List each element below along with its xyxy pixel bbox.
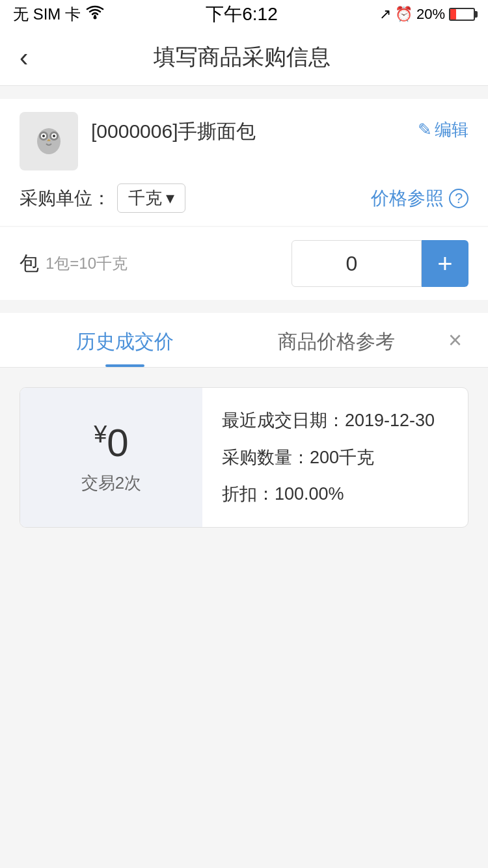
status-left: 无 SIM 卡 bbox=[13, 4, 104, 25]
status-bar: 无 SIM 卡 下午6:12 ↗ ⏰ 20% bbox=[0, 0, 488, 29]
edit-button[interactable]: ✎ 编辑 bbox=[418, 118, 468, 141]
wifi-icon bbox=[86, 5, 104, 23]
price-ref-help-icon: ? bbox=[449, 189, 468, 208]
price-display: ¥0 bbox=[94, 420, 128, 465]
tab-product-price-ref[interactable]: 商品价格参考 bbox=[230, 313, 441, 367]
tab-close-button[interactable]: × bbox=[442, 322, 468, 359]
price-currency: ¥ bbox=[94, 421, 107, 448]
tabs-bar: 历史成交价 商品价格参考 × bbox=[0, 313, 488, 368]
unit-label: 采购单位： bbox=[20, 186, 111, 211]
recent-date-value: 2019-12-30 bbox=[345, 411, 435, 430]
price-amount: 0 bbox=[107, 421, 128, 465]
edit-icon: ✎ bbox=[418, 120, 432, 140]
discount-value: 100.00% bbox=[275, 484, 344, 504]
purchase-qty-label: 采购数量： bbox=[222, 448, 310, 467]
product-card: [0000006]手撕面包 ✎ 编辑 采购单位： 千克 ▾ 价格参照 ? bbox=[0, 99, 488, 226]
product-name: [0000006]手撕面包 bbox=[91, 118, 256, 145]
svg-point-7 bbox=[53, 135, 55, 137]
price-card-left: ¥0 交易2次 bbox=[20, 388, 202, 527]
discount-row: 折扣：100.00% bbox=[222, 481, 448, 508]
quantity-input[interactable] bbox=[291, 240, 422, 287]
edit-label: 编辑 bbox=[435, 118, 468, 141]
product-info: [0000006]手撕面包 bbox=[91, 112, 256, 145]
status-time: 下午6:12 bbox=[206, 2, 278, 27]
alarm-icon: ⏰ bbox=[395, 6, 413, 23]
recent-date-row: 最近成交日期：2019-12-30 bbox=[222, 407, 448, 434]
location-icon: ↗ bbox=[379, 6, 391, 23]
price-ref-label: 价格参照 bbox=[371, 186, 444, 211]
tab-history-price[interactable]: 历史成交价 bbox=[20, 313, 230, 367]
back-button[interactable]: ‹ bbox=[20, 44, 28, 70]
svg-point-0 bbox=[94, 16, 97, 20]
quantity-plus-button[interactable]: + bbox=[422, 240, 468, 287]
battery-percent: 20% bbox=[416, 6, 445, 23]
price-ref-button[interactable]: 价格参照 ? bbox=[371, 186, 468, 211]
page-title: 填写商品采购信息 bbox=[41, 42, 442, 72]
unit-dropdown-icon: ▾ bbox=[166, 188, 174, 208]
quantity-controls: + bbox=[291, 240, 468, 287]
status-right: ↗ ⏰ 20% bbox=[379, 6, 475, 23]
battery-icon bbox=[449, 8, 475, 21]
svg-point-6 bbox=[42, 135, 45, 137]
unit-dropdown[interactable]: 千克 ▾ bbox=[117, 183, 185, 213]
qty-conversion: 1包=10千克 bbox=[46, 253, 128, 274]
purchase-qty-row: 采购数量：200千克 bbox=[222, 444, 448, 471]
unit-value: 千克 bbox=[128, 187, 162, 210]
product-thumbnail-icon bbox=[29, 119, 68, 164]
main-content: ¥0 交易2次 最近成交日期：2019-12-30 采购数量：200千克 折扣：… bbox=[0, 368, 488, 823]
product-unit-row: 采购单位： 千克 ▾ 价格参照 ? bbox=[20, 183, 468, 213]
price-card-container: ¥0 交易2次 最近成交日期：2019-12-30 采购数量：200千克 折扣：… bbox=[0, 368, 488, 547]
signal-text: 无 SIM 卡 bbox=[13, 4, 81, 25]
recent-date-label: 最近成交日期： bbox=[222, 411, 345, 430]
quantity-label: 包 1包=10千克 bbox=[20, 251, 128, 277]
price-card-right: 最近成交日期：2019-12-30 采购数量：200千克 折扣：100.00% bbox=[202, 388, 468, 527]
qty-unit-badge: 包 bbox=[20, 251, 39, 277]
nav-bar: ‹ 填写商品采购信息 bbox=[0, 29, 488, 86]
product-image bbox=[20, 112, 78, 170]
quantity-row: 包 1包=10千克 + bbox=[0, 227, 488, 300]
product-header: [0000006]手撕面包 ✎ 编辑 bbox=[20, 112, 468, 170]
price-card: ¥0 交易2次 最近成交日期：2019-12-30 采购数量：200千克 折扣：… bbox=[20, 387, 468, 528]
price-trade-count: 交易2次 bbox=[81, 472, 141, 495]
discount-label: 折扣： bbox=[222, 484, 275, 504]
purchase-qty-value: 200千克 bbox=[310, 448, 374, 467]
product-left: [0000006]手撕面包 bbox=[20, 112, 256, 170]
